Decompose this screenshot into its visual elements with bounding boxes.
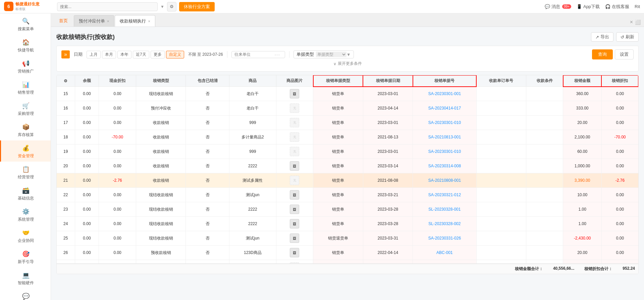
sidebar-item-marketing[interactable]: 📢 营销推广 bbox=[0, 56, 51, 77]
expand-tab-icon[interactable]: ⬜ bbox=[635, 19, 641, 25]
td-condition bbox=[526, 130, 563, 144]
filter-date-7days[interactable]: 近7天 bbox=[133, 51, 149, 58]
sidebar-item-search-label: 搜索菜单 bbox=[18, 26, 34, 32]
filter-separator2 bbox=[289, 51, 289, 58]
table-gear-icon[interactable]: ⚙ bbox=[64, 79, 67, 83]
filter-row: » 日期 上月 本月 本年 近7天 更多 自定义 不限 至 2023-07-26 bbox=[61, 49, 634, 59]
sidebar-item-quicknav[interactable]: 🏠 快捷导航 bbox=[0, 35, 51, 56]
export-button[interactable]: ↗ 导出 bbox=[591, 32, 613, 42]
td-bill-type: 销货单 bbox=[313, 130, 363, 144]
sidebar-item-marketing-label: 营销推广 bbox=[18, 69, 34, 74]
sidebar-item-wechat[interactable]: 💬 企业微信 bbox=[0, 289, 51, 300]
app-download-item[interactable]: 📱 App下载 bbox=[577, 4, 600, 10]
bill-no-link[interactable]: SA-20230314-008 bbox=[428, 164, 461, 168]
td-bill-no[interactable]: SA-20210813-001 bbox=[413, 130, 476, 144]
bill-type-select[interactable]: 单据类型 销货单 销货退货单 bbox=[316, 52, 346, 57]
tab-receipt[interactable]: 收款核销执行 × bbox=[115, 15, 155, 27]
marketing-icon: 📢 bbox=[22, 60, 30, 67]
filter-date-this-year[interactable]: 本年 bbox=[117, 51, 131, 58]
sidebar-item-basic[interactable]: 🗃️ 基础信息 bbox=[0, 183, 51, 204]
user-item[interactable]: Rit bbox=[635, 4, 640, 9]
gear-icon[interactable]: ⚙ bbox=[167, 2, 176, 11]
td-bill-no[interactable]: SL-20230328-001 bbox=[413, 202, 476, 217]
industry-button[interactable]: 休验行业方案 bbox=[179, 2, 215, 11]
bill-no-link[interactable]: SA-20230301-010 bbox=[428, 149, 461, 154]
bill-no-link[interactable]: SA-20230301-010 bbox=[428, 120, 461, 125]
from-unit-input[interactable] bbox=[234, 52, 275, 57]
bill-no-link[interactable]: SA-20210813-001 bbox=[428, 135, 461, 139]
chevron-down-icon[interactable]: ▼ bbox=[160, 4, 164, 9]
td-bill-no[interactable]: SA-20230301-001 bbox=[413, 87, 476, 101]
td-bill-no[interactable]: SL-20230328-002 bbox=[413, 217, 476, 231]
bill-no-link[interactable]: SL-20230328-001 bbox=[428, 207, 461, 212]
sidebar-item-purchase[interactable]: 🛒 采购管理 bbox=[0, 98, 51, 119]
td-bill-no[interactable]: SA-20230301-010 bbox=[413, 144, 476, 159]
td-condition bbox=[526, 246, 563, 260]
th-receipt-no: 收款单订单号 bbox=[476, 75, 526, 87]
th-gear[interactable]: ⚙ bbox=[57, 75, 75, 87]
bill-no-link[interactable]: SA-20230414-017 bbox=[428, 106, 461, 111]
filter-date-last-month[interactable]: 上月 bbox=[87, 51, 101, 58]
sidebar-item-finance[interactable]: 💰 资金管理 bbox=[0, 140, 51, 162]
td-balance: 0.00 bbox=[75, 144, 99, 159]
sidebar-item-guide[interactable]: 🎯 新手引导 bbox=[0, 246, 51, 267]
td-discount: -2.76 bbox=[601, 173, 638, 188]
main-layout: 🔍 搜索菜单 🏠 快捷导航 📢 营销推广 📊 销售管理 🛒 采购管理 📦 库存核… bbox=[0, 13, 644, 300]
td-bill-no[interactable]: SA-20230301-010 bbox=[413, 116, 476, 130]
sidebar-item-hardware[interactable]: 💻 智能硬件 bbox=[0, 267, 51, 289]
close-tab-icon[interactable]: × bbox=[630, 19, 633, 25]
bill-no-link[interactable]: SA-20230321-012 bbox=[428, 192, 461, 197]
filter-date-custom[interactable]: 自定义 bbox=[166, 51, 184, 58]
sidebar-item-basic-label: 基础信息 bbox=[18, 196, 34, 201]
td-included: 否 bbox=[186, 87, 229, 101]
bill-no-link[interactable]: SA-20230331-026 bbox=[428, 236, 461, 241]
bill-no-link[interactable]: SA-20230301-001 bbox=[428, 91, 461, 96]
td-bill-date: 2023-03-14 bbox=[363, 159, 413, 173]
sidebar-item-collab[interactable]: 🤝 企业协同 bbox=[0, 225, 51, 246]
td-bill-no[interactable]: SA-20230331-026 bbox=[413, 231, 476, 246]
messages-item[interactable]: 💬 消息 99+ bbox=[545, 4, 571, 10]
footer-discount-label: 核销折扣合计： bbox=[584, 266, 612, 272]
table-scroll[interactable]: ⚙ 余额 现金折扣 核销类型 包含已结清 商品 商品图片 核销单据类型 核销单据… bbox=[57, 75, 638, 263]
td-bill-no[interactable]: SA-20210808-001 bbox=[413, 173, 476, 188]
sidebar-item-sales[interactable]: 📊 销售管理 bbox=[0, 77, 51, 98]
th-type: 核销类型 bbox=[136, 75, 186, 87]
td-condition bbox=[526, 202, 563, 217]
bill-no-link[interactable]: SL-20230328-002 bbox=[428, 221, 461, 226]
filter-date-this-month[interactable]: 本月 bbox=[102, 51, 116, 58]
tab-receipt-close[interactable]: × bbox=[148, 19, 150, 23]
sidebar-item-system[interactable]: ⚙️ 系统管理 bbox=[0, 204, 51, 225]
td-receipt-no bbox=[476, 202, 526, 217]
filter-expand-arrow[interactable]: » bbox=[61, 50, 70, 58]
tab-home[interactable]: 首页 bbox=[54, 15, 73, 27]
setting-button[interactable]: 设置 bbox=[615, 49, 634, 59]
sidebar-item-search[interactable]: 🔍 搜索菜单 bbox=[0, 13, 51, 35]
tab-receipt-label: 收款核销执行 bbox=[120, 18, 146, 24]
bill-no-link[interactable]: ABC-001 bbox=[436, 250, 453, 255]
online-service-item[interactable]: 🎧 在线客服 bbox=[605, 4, 629, 10]
th-bill-type: 核销单据类型 bbox=[313, 75, 363, 87]
td-bill-no[interactable]: SA-20230414-017 bbox=[413, 101, 476, 116]
sidebar-item-sales-label: 销售管理 bbox=[18, 90, 34, 95]
table-row: 25 0.00 0.00 现结收款核销 否 测试jun 🖼 销货退货单 2023… bbox=[57, 231, 638, 246]
tab-prepaid-close[interactable]: × bbox=[107, 19, 109, 23]
table-header-row: ⚙ 余额 现金折扣 核销类型 包含已结清 商品 商品图片 核销单据类型 核销单据… bbox=[57, 75, 638, 87]
query-button[interactable]: 查询 bbox=[592, 49, 613, 59]
td-balance: 0.00 bbox=[75, 159, 99, 173]
td-bill-no[interactable]: SA-20230314-008 bbox=[413, 159, 476, 173]
td-bill-no[interactable]: SA-20230321-012 bbox=[413, 188, 476, 202]
filter-date-more[interactable]: 更多 bbox=[151, 51, 165, 58]
td-discount: 0.00 bbox=[601, 246, 638, 260]
search-input[interactable] bbox=[57, 2, 158, 11]
td-bill-no[interactable]: SL-20230408-001 bbox=[413, 260, 476, 264]
refresh-button[interactable]: ↺ 刷新 bbox=[616, 32, 639, 42]
td-type: 现结收款核销 bbox=[136, 260, 186, 264]
sidebar-item-inventory[interactable]: 📦 库存核算 bbox=[0, 119, 51, 140]
expand-bar[interactable]: ∨ 展开更多条件 bbox=[61, 59, 634, 68]
search-icon: 🔍 bbox=[22, 17, 30, 25]
td-bill-date: 2023-04-14 bbox=[363, 101, 413, 116]
bill-no-link[interactable]: SA-20210808-001 bbox=[428, 178, 461, 183]
tab-prepaid[interactable]: 预付冲应付单 × bbox=[74, 15, 114, 27]
sidebar-item-operation[interactable]: 📋 经营管理 bbox=[0, 162, 51, 183]
td-bill-no[interactable]: ABC-001 bbox=[413, 246, 476, 260]
